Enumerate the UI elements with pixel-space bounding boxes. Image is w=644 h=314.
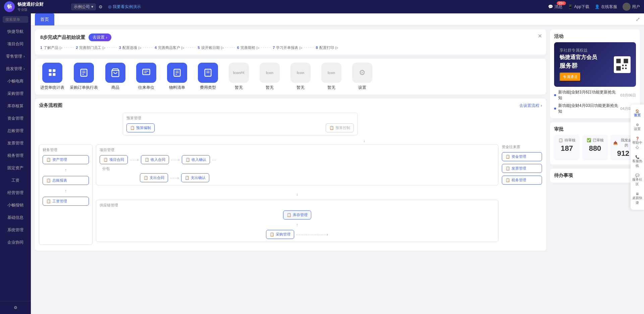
flow-group-supply-title: 供应链管理 [100, 203, 495, 208]
flow-node-income-contract[interactable]: 📋 收入合同 [141, 155, 169, 164]
quick-icon-settings[interactable]: ⚙ 设置 [349, 63, 376, 90]
go-settings-button[interactable]: 去设置 › [89, 34, 111, 41]
setup-banner: 8步完成产品初始设置 去设置 › 1 了解产品 ▷ ····· [35, 29, 546, 55]
approval-stat-approved[interactable]: ✅ 已审核 880 [582, 135, 608, 161]
right-nav-settings[interactable]: ⚙ 设置 [631, 121, 644, 133]
message-icon: 💬 [548, 4, 553, 9]
flow-finance-nodes: 📋 资产管理 ↑ 📋 总账报表 ↑ [43, 155, 89, 206]
sidebar-item-system[interactable]: 系统管理 [0, 224, 31, 236]
sidebar-item-inventory[interactable]: 库存核算 [0, 100, 31, 112]
quick-icon-fee[interactable]: 费用类型 [195, 63, 221, 90]
quick-icon-materials-box [167, 63, 187, 83]
sidebar-item-fixed[interactable]: 固定资产 [0, 162, 31, 174]
flow-node-expense-confirm[interactable]: 📋 支出确认 [181, 173, 209, 182]
income-contract-icon: 📋 [145, 158, 149, 162]
capital-flow-icon: 📋 [505, 154, 510, 159]
header-settings-icon[interactable]: ⚙ [99, 4, 103, 9]
sidebar-item-tax[interactable]: 税务管理 [0, 149, 31, 162]
enterprise-label: 企业协同 [7, 240, 23, 245]
quick-icon-partners[interactable]: 往来单位 [133, 63, 160, 90]
activity-join-button[interactable]: 专属通道 [559, 72, 581, 81]
approval-mine-num: 912 [613, 149, 633, 158]
quick-icon-placeholder-3-label: 暂无 [297, 85, 305, 90]
sidebar-item-basic[interactable]: 基础信息 [0, 211, 31, 224]
sidebar-item-expense[interactable]: 小畅报销 [0, 199, 31, 211]
flow-node-tax[interactable]: 📋 税务管理 [502, 176, 542, 185]
sidebar-item-wholesale[interactable]: 批发管理 › [0, 63, 31, 75]
right-nav-home-label: 首页 [632, 113, 643, 118]
online-service-button[interactable]: 👤 在线客服 [595, 4, 617, 10]
news-date-1: 03月06日 [621, 93, 636, 98]
pending-card: 待办事项 [550, 169, 640, 183]
news-item-2[interactable]: 新功能|业财4月03日功能更新抢先知 04月03日 [554, 103, 636, 114]
sidebar-item-capital[interactable]: 资金管理 [0, 112, 31, 125]
right-nav-home[interactable]: 🏠 首页 [631, 107, 644, 120]
tax-flow-icon: 📋 [505, 178, 510, 182]
flow-node-income-confirm[interactable]: 📋 收入确认 [182, 155, 210, 164]
step-6-label: 完善期初 [240, 45, 255, 50]
app-download-button[interactable]: 📱 App下载 [568, 4, 589, 10]
sidebar-item-nav[interactable]: 快捷导航 [0, 25, 31, 38]
close-banner-button[interactable]: ✕ [538, 33, 542, 39]
tab-bar: 首页 ⤢ [31, 13, 644, 25]
flow-right-nodes: 📋 资金管理 📋 发票管理 📋 税务管理 [502, 152, 542, 185]
right-nav-community[interactable]: 💬 服务社区 [631, 172, 644, 189]
flow-node-inventory[interactable]: 📋 库存管理 [283, 210, 311, 219]
content-area: 8步完成产品初始设置 去设置 › 1 了解产品 ▷ ····· [31, 25, 644, 314]
fixed-label: 固定资产 [7, 165, 23, 171]
flow-node-project-contract[interactable]: 📋 项目合同 [100, 155, 128, 164]
service-icon: 👤 [595, 4, 600, 9]
sidebar-item-purchase[interactable]: 采购管理 [0, 87, 31, 100]
sidebar-item-enterprise[interactable]: 企业协同 [0, 236, 31, 249]
flow-node-asset[interactable]: 📋 资产管理 [43, 155, 89, 164]
project-contract-icon: 📋 [103, 158, 108, 162]
news-item-1[interactable]: 新功能|业财3月6日功能更新抢先知 03月06日 [554, 89, 636, 101]
sidebar-item-business[interactable]: 经营管理 [0, 187, 31, 199]
quick-icon-stock-box [42, 63, 62, 83]
flow-supply-nodes: 📋 库存管理 ↑ 📋 采购管理 [100, 210, 495, 239]
messages-button[interactable]: 💬 消息 99+ [548, 4, 562, 10]
flow-node-ledger[interactable]: 📋 总账报表 [43, 176, 89, 185]
sidebar-settings-button[interactable]: ⚙ [0, 301, 31, 314]
quick-icon-placeholder-1[interactable]: IconFE 暂无 [225, 63, 252, 90]
flow-node-salary[interactable]: 📋 工资管理 [43, 197, 89, 206]
sidebar-item-general[interactable]: 总账管理 [0, 125, 31, 137]
sidebar-item-retail[interactable]: 零售管理 › [0, 50, 31, 63]
flow-node-expense-contract[interactable]: 📋 支出合同 [140, 173, 168, 182]
quick-icon-goods[interactable]: 商品 [102, 63, 129, 90]
quick-icon-placeholder-4[interactable]: Icon 暂无 [318, 63, 345, 90]
flow-node-capital[interactable]: 📋 资金管理 [502, 152, 542, 161]
quick-icon-stock[interactable]: 进货单统计表 [39, 63, 66, 90]
approval-stat-pending[interactable]: 📋 待审核 187 [554, 135, 580, 161]
flow-node-purchase[interactable]: 📋 采购管理 [266, 230, 294, 239]
tab-home[interactable]: 首页 [35, 13, 54, 25]
quick-icon-purchase[interactable]: 采购订单执行表 [70, 63, 98, 90]
tab-expand-button[interactable]: ⤢ [636, 16, 640, 22]
user-avatar[interactable]: 用户 [623, 3, 640, 11]
search-input[interactable] [3, 16, 28, 23]
sidebar-item-salary[interactable]: 工资 [0, 174, 31, 187]
flow-node-budget-plan[interactable]: 📋 预算编制 [126, 123, 155, 132]
right-nav-service[interactable]: 📞 客服热线 [631, 153, 644, 170]
company-selector[interactable]: 示例公司 ▾ [71, 3, 96, 10]
sidebar-item-ecommerce[interactable]: 小畅电商 [0, 75, 31, 87]
quick-icon-placeholder-2[interactable]: Icon 暂无 [256, 63, 283, 90]
right-nav-settings-icon: ⚙ [632, 123, 643, 127]
right-nav-help[interactable]: ❓ 帮助中心 [631, 135, 644, 152]
sidebar-item-invoice[interactable]: 发票管理 [0, 137, 31, 149]
sidebar-item-project[interactable]: 项目合同 [0, 38, 31, 50]
quick-icon-materials[interactable]: 物料清单 [164, 63, 191, 90]
tab-home-label: 首页 [40, 16, 49, 22]
flow-node-budget-control[interactable]: 📋 预算控制 [326, 123, 354, 132]
flow-diagram: 预算管理 📋 预算编制 📋 预算控制 [39, 113, 542, 247]
flow-settings-link[interactable]: 去设置流程 › [519, 103, 542, 109]
activity-qr-code [614, 56, 631, 73]
quick-icon-placeholder-3[interactable]: Icon 暂无 [287, 63, 314, 90]
demo-link[interactable]: ◎ 我要看实例演示 [108, 4, 141, 10]
wholesale-label: 批发管理 [6, 66, 22, 72]
right-nav-desktop[interactable]: 🖥 桌面快捷 [631, 190, 644, 207]
expense-confirm-label: 支出确认 [191, 175, 206, 180]
flow-node-invoice[interactable]: 📋 发票管理 [502, 164, 542, 173]
logo-icon: 畅 [4, 1, 15, 12]
flow-group-finance-title: 财务管理 [43, 147, 89, 152]
